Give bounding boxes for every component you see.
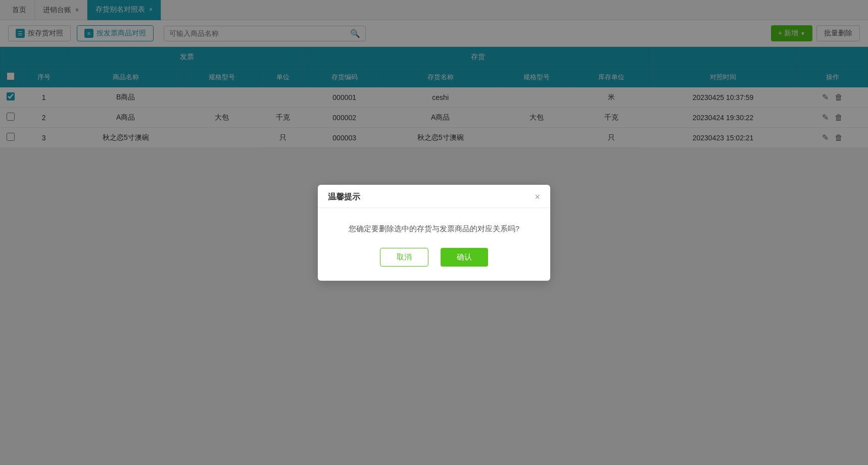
modal-overlay: 温馨提示 × 您确定要删除选中的存货与发票商品的对应关系吗? 取消 确认: [0, 0, 868, 148]
